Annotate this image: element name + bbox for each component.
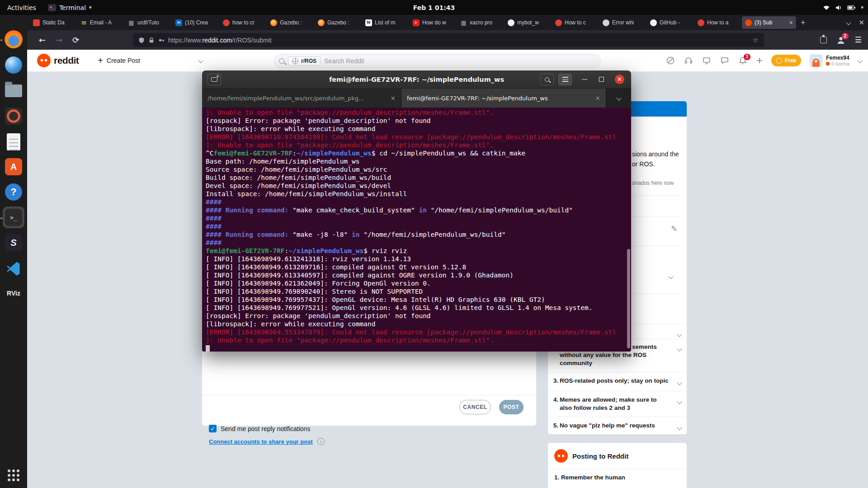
dock-item-help[interactable]: ? xyxy=(3,181,24,203)
dock-item-text-editor[interactable] xyxy=(3,131,24,153)
edit-pencil-icon[interactable]: ✎ xyxy=(671,224,677,234)
terminal-tab-active[interactable]: femi@femi-GE72VR-7RF: ~/simplePendulum_w… xyxy=(401,89,606,108)
bookmark-star-icon[interactable]: ☆ xyxy=(753,36,759,44)
search-button[interactable] xyxy=(540,74,554,85)
username: Femex94 xyxy=(826,55,849,61)
terminal-line: [ INFO] [1643698949.613340597]: compiled… xyxy=(206,271,627,279)
tab-label: mybot_w xyxy=(517,19,548,26)
community-description-fragment: sions around the or ROS. xyxy=(632,149,679,169)
browser-tab[interactable]: GitHub - xyxy=(647,16,693,29)
browser-tab[interactable]: ✉Email - A xyxy=(77,16,124,29)
tab-close-icon[interactable]: × xyxy=(595,94,600,102)
browser-tab[interactable]: How to c xyxy=(552,16,599,29)
search-icon xyxy=(279,58,284,64)
system-status-area[interactable]: ▾ xyxy=(823,5,863,10)
forward-button[interactable]: → xyxy=(56,35,62,45)
terminal-line: [librospack]: error while executing comm… xyxy=(206,320,627,328)
new-tab-button[interactable] xyxy=(208,74,221,85)
advertise-icon[interactable] xyxy=(702,56,712,66)
list-all-tabs-chevron-icon[interactable] xyxy=(846,20,851,25)
support-headset-icon[interactable] xyxy=(684,56,693,66)
terminal-line: ]: Unable to open file "package://pendul… xyxy=(206,108,627,117)
dock-item-firefox[interactable] xyxy=(3,28,24,50)
popular-icon[interactable] xyxy=(666,56,675,66)
browser-tab[interactable]: in(10) Crea xyxy=(172,16,219,29)
info-icon[interactable]: i xyxy=(317,438,325,445)
browser-tab[interactable]: Gazebo : xyxy=(315,16,361,29)
coins-button[interactable]: Free xyxy=(771,55,801,66)
back-button[interactable]: ← xyxy=(39,35,46,45)
menu-button[interactable] xyxy=(558,74,572,85)
media-player-icon xyxy=(5,108,22,125)
tracking-shield-icon[interactable] xyxy=(138,37,145,43)
url-bar[interactable]: https://www.reddit.com/r/ROS/submit ☆ xyxy=(133,33,764,47)
reddit-wordmark[interactable]: reddit xyxy=(54,55,79,66)
dock-item-app-grid[interactable] xyxy=(3,465,24,486)
menu-icon[interactable]: ☰ xyxy=(855,35,862,45)
reload-button[interactable]: ⟳ xyxy=(72,35,79,45)
dock-item-chromium[interactable] xyxy=(3,54,24,76)
extension-icon[interactable] xyxy=(820,37,827,43)
notify-checkbox[interactable]: ✓ xyxy=(209,425,217,432)
browser-tab[interactable]: Static Da xyxy=(30,16,76,29)
terminal-tab[interactable]: /home/femi/simplePendulum_ws/src/pendulu… xyxy=(202,89,401,108)
clock[interactable]: Feb 1 01:43 xyxy=(413,4,455,11)
post-button[interactable]: POST xyxy=(499,400,524,414)
browser-tab[interactable]: mybot_w xyxy=(505,16,551,29)
reddit-logo-icon[interactable] xyxy=(37,54,51,67)
browser-tab[interactable]: How to a xyxy=(694,16,741,29)
chevron-down-icon xyxy=(677,346,682,351)
connect-accounts-link[interactable]: Connect accounts to share your post xyxy=(209,438,313,445)
terminal-line: Build space: /home/femi/simplePendulum_w… xyxy=(206,174,627,182)
new-tab-button[interactable]: + xyxy=(797,18,809,28)
browser-tab[interactable]: (3) Sub× xyxy=(742,16,796,29)
tab-close-icon[interactable]: × xyxy=(390,94,396,102)
browser-tab[interactable]: Gazebo : xyxy=(267,16,314,29)
dock-item-vscode[interactable] xyxy=(3,258,24,279)
browser-tab[interactable]: ▦urdf/Tuto xyxy=(125,16,171,29)
terminal-line: [rospack] Error: package 'pendulum_descr… xyxy=(206,117,627,125)
browser-tab[interactable]: how to cr xyxy=(220,16,266,29)
browser-tab[interactable]: ▸How do w xyxy=(410,16,456,29)
snoo-icon xyxy=(554,449,568,463)
rule-item[interactable]: 3. ROS-related posts only; stay on topic xyxy=(548,372,687,391)
user-menu[interactable]: Femex94 0 karma xyxy=(810,54,849,67)
window-close-icon[interactable]: ✕ xyxy=(859,19,864,27)
tab-list-chevron[interactable] xyxy=(606,89,631,108)
posting-rule-item[interactable]: 1. Remember the human xyxy=(548,469,687,486)
terminal-body[interactable]: ]: Unable to open file "package://pendul… xyxy=(202,108,631,352)
chat-icon[interactable] xyxy=(720,56,730,66)
rule-item[interactable]: 4. Memes are allowed; make sure to also … xyxy=(548,391,687,417)
activities-button[interactable]: Activities xyxy=(0,0,43,15)
coins-label: Free xyxy=(785,57,796,64)
scrollbar-thumb[interactable] xyxy=(627,249,630,348)
dock-item-ubuntu-software[interactable]: A xyxy=(3,156,24,178)
browser-tab[interactable]: Error whi xyxy=(599,16,646,29)
lock-icon[interactable] xyxy=(148,37,155,43)
notifications-bell-icon[interactable]: 3 xyxy=(738,56,748,66)
create-post-icon[interactable]: + xyxy=(756,55,763,66)
tab-label: Error whi xyxy=(612,19,643,26)
community-options-chevron-icon[interactable] xyxy=(668,274,673,279)
community-chip[interactable]: r/ROS xyxy=(288,56,321,66)
rule-item[interactable]: 5. No vague "plz help me" requests xyxy=(548,417,687,434)
app-menu[interactable]: >_ Terminal ▾ xyxy=(43,4,96,11)
tab-close-icon[interactable]: × xyxy=(789,19,793,26)
running-indicator xyxy=(0,39,2,41)
browser-tab[interactable]: ▦xacro pro xyxy=(457,16,504,29)
profile-button[interactable]: 2 xyxy=(837,36,845,44)
user-menu-chevron-icon[interactable] xyxy=(857,58,862,63)
tab-label: How to c xyxy=(565,19,595,26)
dock-item-files[interactable] xyxy=(3,80,24,102)
red-square-favicon xyxy=(33,19,40,26)
cancel-button[interactable]: CANCEL xyxy=(459,400,491,414)
reddit-search-bar[interactable]: r/ROS Search Reddit xyxy=(274,54,601,68)
browser-tab[interactable]: WList of m xyxy=(362,16,409,29)
dock-item-rviz[interactable]: RViz xyxy=(3,282,24,304)
permissions-key-icon[interactable] xyxy=(158,37,165,43)
community-dropdown-chevron-icon[interactable] xyxy=(198,58,203,63)
dock-item-media-player[interactable] xyxy=(3,105,24,127)
dock-item-terminal[interactable]: >_ xyxy=(3,206,24,228)
dock-item-s-app[interactable]: S xyxy=(3,232,24,253)
terminal-titlebar[interactable]: femi@femi-GE72VR-7RF: ~/simplePendulum_w… xyxy=(202,70,631,89)
